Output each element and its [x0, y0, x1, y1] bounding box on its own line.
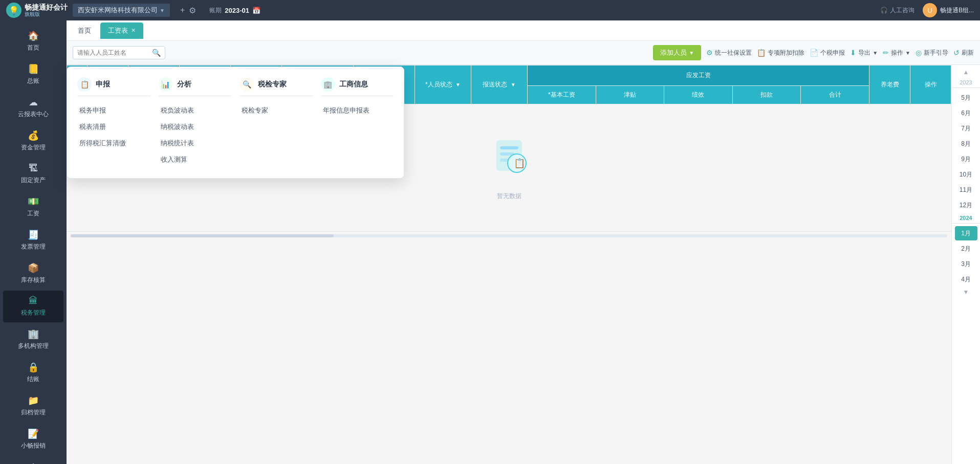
ledger-icon: 📒	[28, 63, 39, 75]
tax-icon: 🏛	[29, 296, 38, 306]
menu-item-tax-table[interactable]: 税表清册	[77, 119, 150, 135]
cal-month-8[interactable]: 8月	[955, 137, 977, 151]
sidebar-item-archive[interactable]: 📁 归档管理	[3, 390, 63, 422]
th-allowance: 津贴	[596, 86, 664, 104]
th-total: 合计	[801, 86, 869, 104]
sidebar-item-invoice[interactable]: 🧾 发票管理	[3, 224, 63, 256]
toolbar-right: 添加人员 ▼ ⚙ 统一社保设置 📋 专项附加扣除 📄 个税申报	[653, 45, 974, 60]
tax-declare-icon: 📄	[810, 49, 818, 57]
sidebar-label-archive: 归档管理	[21, 408, 46, 417]
empty-icon: 📋	[489, 135, 530, 186]
export-action[interactable]: ⬇ 导出 ▼	[850, 49, 878, 57]
sidebar-item-settings[interactable]: ⚙ 基础设置	[3, 456, 63, 464]
calendar-next[interactable]: ▼	[959, 287, 974, 297]
add-button[interactable]: +	[180, 6, 185, 15]
send-filter-icon[interactable]: ▼	[511, 82, 516, 87]
menu-item-annual-report[interactable]: 年报信息申报表	[321, 102, 394, 119]
section-title-business: 🏢 工商信息	[321, 77, 394, 96]
menu-item-income-calc[interactable]: 所得税汇算清缴	[77, 135, 150, 151]
menu-item-tax-expert[interactable]: 税检专家	[239, 102, 313, 119]
operate-icon: ✏	[883, 49, 889, 57]
business-icon: 🏢	[321, 77, 335, 92]
tax-declare-label: 个税申报	[820, 49, 845, 57]
company-name: 西安虾米网络科技有限公司	[78, 6, 158, 15]
cal-month-2024-1[interactable]: 1月	[955, 226, 977, 240]
sidebar-item-home[interactable]: 🏠 首页	[3, 25, 63, 57]
dropdown-menu: 📋 申报 税务申报 税表清册 所得税汇算清缴 📊 分析 税负波动表	[67, 67, 404, 179]
sidebar-item-multi[interactable]: 🏢 多机构管理	[3, 323, 63, 356]
service-button[interactable]: 🎧 人工咨询	[880, 6, 914, 15]
cal-month-2024-3[interactable]: 3月	[955, 257, 977, 271]
cal-month-7[interactable]: 7月	[955, 121, 977, 136]
menu-item-tax-stat[interactable]: 纳税统计表	[159, 135, 232, 151]
menu-item-income-calc2[interactable]: 收入测算	[159, 151, 232, 168]
sidebar-item-inventory[interactable]: 📦 库存核算	[3, 257, 63, 290]
tab-salary[interactable]: 工资表 ✕	[100, 23, 143, 39]
calendar-panel: ▲ 2023 5月 6月 7月 8月 9月 10月 11月 12月 2024 1…	[951, 65, 980, 464]
sidebar-item-cloud[interactable]: ☁ 云报表中心	[3, 92, 63, 124]
cal-month-10[interactable]: 10月	[955, 167, 977, 182]
status-filter-icon[interactable]: ▼	[455, 82, 461, 87]
sidebar-item-ledger[interactable]: 📒 总账	[3, 58, 63, 91]
tab-close-icon[interactable]: ✕	[131, 27, 136, 34]
multi-icon: 🏢	[28, 328, 39, 340]
social-insurance-action[interactable]: ⚙ 统一社保设置	[706, 49, 752, 57]
sidebar-label-salary: 工资	[27, 209, 39, 218]
dropdown-section-expert: 🔍 税检专家 税检专家	[239, 77, 313, 168]
search-box: 🔍	[73, 46, 165, 59]
scroll-thumb[interactable]	[71, 234, 334, 237]
sidebar-item-report[interactable]: 📝 小畅报销	[3, 423, 63, 455]
report-icon: 📝	[28, 428, 39, 439]
th-pension: 养老费	[869, 65, 910, 104]
operate-action[interactable]: ✏ 操作 ▼	[883, 49, 910, 57]
special-deduction-icon: 📋	[757, 49, 766, 57]
sidebar-item-close[interactable]: 🔒 结账	[3, 357, 63, 389]
cal-month-12[interactable]: 12月	[955, 198, 977, 212]
menu-item-tax-fluctuation[interactable]: 税负波动表	[159, 102, 232, 119]
user-info[interactable]: U 畅捷通B组...	[923, 3, 974, 17]
sidebar-label-ledger: 总账	[27, 77, 39, 85]
calendar-prev[interactable]: ▲	[959, 67, 974, 77]
social-insurance-icon: ⚙	[706, 49, 713, 57]
sidebar-item-funds[interactable]: 💰 资金管理	[3, 125, 63, 157]
cal-month-5[interactable]: 5月	[955, 91, 977, 105]
sidebar-item-assets[interactable]: 🏗 固定资产	[3, 158, 63, 190]
menu-item-tax-declare[interactable]: 税务申报	[77, 102, 150, 119]
add-person-arrow-icon: ▼	[689, 50, 694, 56]
sidebar-item-salary[interactable]: 💵 工资	[3, 191, 63, 223]
guide-action[interactable]: ◎ 新手引导	[916, 49, 948, 57]
calendar-icon[interactable]: 📅	[252, 7, 260, 14]
settings-button[interactable]: ⚙	[189, 6, 196, 15]
user-avatar: U	[923, 3, 937, 17]
th-base-salary: *基本工资	[528, 86, 596, 104]
th-deduction: 扣款	[732, 86, 801, 104]
tax-declare-action[interactable]: 📄 个税申报	[810, 49, 845, 57]
special-deduction-action[interactable]: 📋 专项附加扣除	[757, 49, 804, 57]
search-input[interactable]	[77, 49, 149, 56]
declaration-icon: 📋	[77, 77, 92, 92]
cal-month-9[interactable]: 9月	[955, 152, 977, 166]
company-selector[interactable]: 西安虾米网络科技有限公司 ▼	[73, 4, 170, 17]
section-title-expert: 🔍 税检专家	[239, 77, 313, 96]
tab-home[interactable]: 首页	[71, 23, 98, 38]
close-accounts-icon: 🔒	[28, 362, 39, 373]
add-person-button[interactable]: 添加人员 ▼	[653, 45, 701, 60]
sidebar-label-inventory: 库存核算	[21, 276, 46, 284]
cal-month-2024-4[interactable]: 4月	[955, 272, 977, 286]
section-title-declaration: 📋 申报	[77, 77, 150, 96]
period-value: 2023-01	[225, 7, 249, 14]
calendar-year-2024: 2024	[952, 213, 980, 224]
invoice-icon: 🧾	[28, 229, 39, 240]
th-salary-group: 应发工资	[528, 65, 869, 86]
refresh-action[interactable]: ↺ 刷新	[953, 49, 974, 57]
export-label: 导出	[858, 49, 870, 57]
headset-icon: 🎧	[880, 7, 888, 14]
guide-toolbar-icon: ◎	[916, 49, 922, 57]
menu-item-tax-trend[interactable]: 纳税波动表	[159, 119, 232, 135]
export-dropdown-icon: ▼	[873, 50, 878, 56]
horizontal-scrollbar[interactable]	[67, 231, 951, 239]
sidebar-item-tax[interactable]: 🏛 税务管理	[3, 291, 63, 322]
cal-month-6[interactable]: 6月	[955, 106, 977, 120]
cal-month-2024-2[interactable]: 2月	[955, 241, 977, 256]
cal-month-11[interactable]: 11月	[955, 183, 977, 197]
